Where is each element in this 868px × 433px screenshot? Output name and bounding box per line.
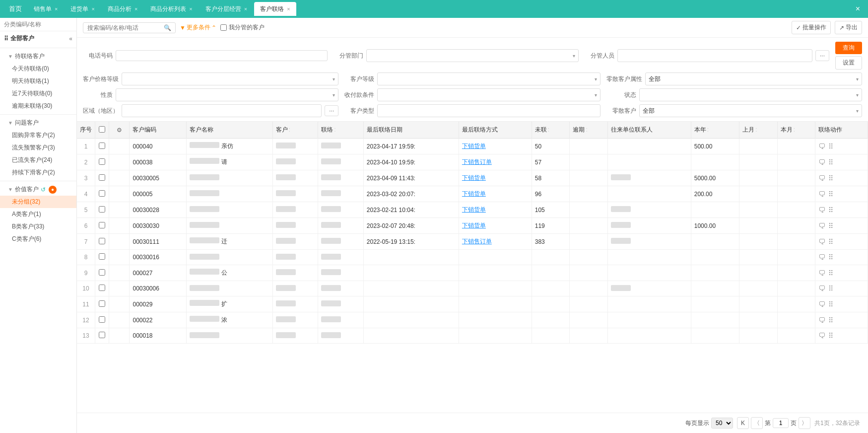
- phone-action-icon[interactable]: 🗨: [818, 253, 825, 261]
- filter-my-customers[interactable]: 我分管的客户: [220, 23, 265, 32]
- filter-region-ellipsis[interactable]: ···: [325, 105, 338, 116]
- sidebar-all-customers-header[interactable]: ⠿ 全部客户 «: [0, 31, 76, 46]
- select-all-checkbox[interactable]: [99, 126, 105, 133]
- cell-check[interactable]: [95, 250, 109, 265]
- export-button[interactable]: ↗ 导出: [835, 21, 862, 34]
- cell-check[interactable]: [95, 234, 109, 250]
- phone-action-icon[interactable]: 🗨: [818, 143, 825, 150]
- row-checkbox[interactable]: [99, 190, 105, 197]
- filter-more-conditions[interactable]: ▼ 更多条件 ⌃: [180, 23, 216, 32]
- tab-home[interactable]: 首页: [4, 4, 27, 13]
- filter-manager-ellipsis[interactable]: ···: [815, 50, 829, 61]
- sidebar-collapse-btn[interactable]: «: [69, 35, 72, 42]
- sidebar-problem-group[interactable]: ▼ 问题客户: [0, 117, 76, 129]
- reset-button[interactable]: 设置: [835, 56, 862, 70]
- phone-action-icon[interactable]: 🗨: [818, 222, 825, 230]
- phone-action-icon[interactable]: 🗨: [818, 206, 825, 214]
- cell-check[interactable]: [95, 296, 109, 312]
- more-action-icon[interactable]: ⠿: [828, 222, 833, 230]
- sidebar-waiting-contact-group[interactable]: ▼ 待联络客户: [0, 50, 76, 63]
- phone-action-icon[interactable]: 🗨: [818, 316, 825, 324]
- contact-method-link[interactable]: 下销货单: [462, 174, 486, 181]
- contact-method-link[interactable]: 下销货单: [462, 222, 486, 229]
- cell-check[interactable]: [95, 186, 109, 202]
- row-checkbox[interactable]: [99, 253, 105, 260]
- filter-price-level-select[interactable]: ▾: [122, 72, 338, 85]
- row-checkbox[interactable]: [99, 174, 105, 181]
- cell-check[interactable]: [95, 312, 109, 328]
- sidebar-item-overdue[interactable]: 逾期未联络(30): [0, 100, 76, 112]
- more-action-icon[interactable]: ⠿: [828, 174, 833, 182]
- sidebar-item-abnormal[interactable]: 固购异常客户(2): [0, 129, 76, 142]
- filter-search-box[interactable]: 🔍: [83, 22, 176, 33]
- row-checkbox[interactable]: [99, 158, 105, 165]
- row-checkbox[interactable]: [99, 269, 105, 276]
- filter-payment-select[interactable]: ▾: [377, 88, 600, 101]
- tab-customer-contact-close[interactable]: ×: [287, 6, 290, 12]
- phone-action-icon[interactable]: 🗨: [818, 190, 825, 198]
- sidebar-item-today[interactable]: 今天待联络(0): [0, 63, 76, 75]
- cell-check[interactable]: [95, 218, 109, 234]
- sidebar-value-group[interactable]: ▼ 价值客户 ↺ ●: [0, 183, 76, 196]
- phone-action-icon[interactable]: 🗨: [818, 158, 825, 166]
- phone-action-icon[interactable]: 🗨: [818, 285, 825, 292]
- phone-action-icon[interactable]: 🗨: [818, 238, 825, 246]
- phone-action-icon[interactable]: 🗨: [818, 174, 825, 182]
- sidebar-item-c[interactable]: C类客户(6): [0, 233, 76, 245]
- cell-check[interactable]: [95, 170, 109, 186]
- prev-page-button[interactable]: 〈: [751, 417, 763, 429]
- cell-check[interactable]: [95, 154, 109, 170]
- contact-method-link[interactable]: 下销货单: [462, 143, 486, 149]
- tab-product-analysis[interactable]: 商品分析 ×: [102, 2, 143, 16]
- refresh-icon[interactable]: ↺: [41, 186, 46, 193]
- contact-method-link[interactable]: 下销售订单: [462, 158, 492, 165]
- sidebar-item-near7[interactable]: 近7天待联络(0): [0, 87, 76, 100]
- query-button[interactable]: 查询: [835, 42, 862, 54]
- col-header-settings[interactable]: ⚙: [109, 122, 130, 139]
- contact-method-link[interactable]: 下销货单: [462, 206, 486, 213]
- row-checkbox[interactable]: [99, 316, 105, 323]
- page-number-input[interactable]: [773, 418, 789, 428]
- tab-customer-contact[interactable]: 客户联络 ×: [254, 2, 296, 16]
- more-action-icon[interactable]: ⠿: [828, 253, 833, 261]
- sidebar-search-input[interactable]: [4, 21, 77, 28]
- filter-customer-level-select[interactable]: ▾: [377, 72, 600, 85]
- cell-check[interactable]: [95, 202, 109, 218]
- more-action-icon[interactable]: ⠿: [828, 332, 833, 340]
- row-checkbox[interactable]: [99, 238, 105, 244]
- filter-manager-select[interactable]: [617, 49, 812, 62]
- more-action-icon[interactable]: ⠿: [828, 300, 833, 308]
- more-action-icon[interactable]: ⠿: [828, 285, 833, 292]
- next-page-button[interactable]: 〉: [799, 417, 810, 429]
- row-checkbox[interactable]: [99, 300, 105, 307]
- tab-customer-tier[interactable]: 客户分层经营 ×: [200, 2, 253, 16]
- more-action-icon[interactable]: ⠿: [828, 143, 833, 150]
- row-checkbox[interactable]: [99, 285, 105, 291]
- filter-status-select[interactable]: ▾: [639, 88, 862, 101]
- more-action-icon[interactable]: ⠿: [828, 206, 833, 214]
- phone-action-icon[interactable]: 🗨: [818, 332, 825, 340]
- tab-sales-order[interactable]: 销售单 ×: [28, 2, 64, 16]
- tab-purchase-order[interactable]: 进货单 ×: [65, 2, 100, 16]
- more-action-icon[interactable]: ⠿: [828, 316, 833, 324]
- filter-gender-select[interactable]: ▾: [116, 88, 338, 101]
- row-checkbox[interactable]: [99, 222, 105, 228]
- settings-icon[interactable]: ⚙: [112, 127, 126, 134]
- per-page-select[interactable]: 50: [711, 418, 733, 429]
- cell-check[interactable]: [95, 281, 109, 296]
- filter-search-input[interactable]: [87, 24, 162, 31]
- phone-action-icon[interactable]: 🗨: [818, 269, 825, 277]
- first-page-button[interactable]: K: [737, 417, 749, 429]
- sidebar-item-tomorrow[interactable]: 明天待联络(1): [0, 75, 76, 87]
- tab-product-analysis-close[interactable]: ×: [134, 6, 137, 12]
- sidebar-item-lost[interactable]: 已流失客户(24): [0, 154, 76, 166]
- cell-check[interactable]: [95, 139, 109, 154]
- tab-product-analysis-list-close[interactable]: ×: [189, 6, 192, 12]
- window-close-button[interactable]: ×: [852, 4, 864, 13]
- phone-action-icon[interactable]: 🗨: [818, 300, 825, 308]
- contact-method-link[interactable]: 下销售订单: [462, 238, 492, 245]
- sidebar-item-ungroup[interactable]: 未分组(32): [0, 196, 76, 208]
- my-customers-checkbox[interactable]: [220, 24, 227, 31]
- tab-sales-order-close[interactable]: ×: [55, 6, 58, 12]
- sidebar-item-persist[interactable]: 持续下滑客户(2): [0, 166, 76, 179]
